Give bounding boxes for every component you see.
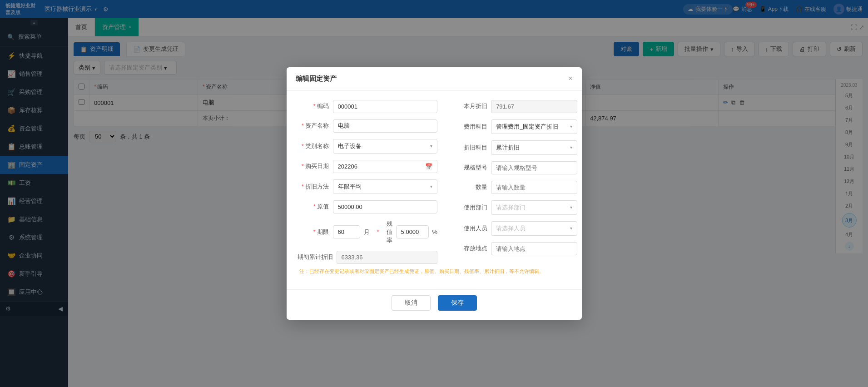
purchase-date-value: 202206 xyxy=(338,163,357,170)
modal-close-btn[interactable]: × xyxy=(568,74,572,83)
field-asset-name: * 资产名称 xyxy=(298,119,438,133)
user-chevron-icon: ▾ xyxy=(570,226,572,231)
expense-subject-select[interactable]: 管理费用_固定资产折旧 ▾ xyxy=(491,119,577,134)
dept-select[interactable]: 请选择部门 ▾ xyxy=(491,200,577,215)
field-category: * 类别名称 电子设备 ▾ xyxy=(298,139,438,154)
asset-name-input[interactable] xyxy=(333,119,438,133)
expense-subject-chevron-icon: ▾ xyxy=(570,124,572,129)
field-location: 存放地点 xyxy=(456,242,577,255)
calendar-icon: 📅 xyxy=(425,163,432,170)
monthly-dep-input xyxy=(491,100,577,113)
period-input[interactable] xyxy=(333,225,360,238)
field-period-salvage: * 期限 月 * 残值率 % xyxy=(298,220,438,244)
period-unit: 月 xyxy=(364,228,370,236)
expense-subject-value: 管理费用_固定资产折旧 xyxy=(496,123,558,131)
modal-note: 注：已经存在变更记录或者对应固定资产已经生成凭证，原值、购买日期、残值率、累计折… xyxy=(298,268,571,275)
dep-method-select[interactable]: 年限平均 ▾ xyxy=(333,179,438,194)
purchase-date-input[interactable]: 202206 📅 xyxy=(333,160,438,173)
salvage-rate-input[interactable] xyxy=(396,225,429,238)
spec-model-input[interactable] xyxy=(491,161,577,174)
field-dep-method: * 折旧方法 年限平均 ▾ xyxy=(298,179,438,194)
field-user: 使用人员 请选择人员 ▾ xyxy=(456,221,577,236)
field-initial-acc-dep: 期初累计折旧 xyxy=(298,251,438,264)
code-input[interactable] xyxy=(333,100,438,113)
salvage-unit: % xyxy=(432,228,438,235)
dept-placeholder: 请选择部门 xyxy=(496,203,526,212)
category-value: 电子设备 xyxy=(338,142,362,150)
field-dept: 使用部门 请选择部门 ▾ xyxy=(456,200,577,215)
field-monthly-dep: 本月折旧 xyxy=(456,100,577,113)
field-purchase-date: * 购买日期 202206 📅 xyxy=(298,160,438,173)
quantity-input[interactable] xyxy=(491,181,577,194)
original-value-input[interactable] xyxy=(333,200,438,213)
field-quantity: 数量 xyxy=(456,181,577,194)
field-dep-subject: 折旧科目 累计折旧 ▾ xyxy=(456,140,577,155)
salvage-star: * xyxy=(377,228,379,235)
dep-method-chevron-icon: ▾ xyxy=(430,184,432,189)
location-input[interactable] xyxy=(491,242,577,255)
modal-overlay: 编辑固定资产 × * 编码 * 资产名称 xyxy=(0,0,868,387)
salvage-label: 残值率 xyxy=(387,220,392,244)
category-chevron-icon: ▾ xyxy=(430,144,432,149)
dep-method-value: 年限平均 xyxy=(338,183,362,191)
dep-subject-select[interactable]: 累计折旧 ▾ xyxy=(491,140,577,155)
modal-header: 编辑固定资产 × xyxy=(287,67,582,91)
edit-asset-modal: 编辑固定资产 × * 编码 * 资产名称 xyxy=(287,67,582,320)
save-button[interactable]: 保存 xyxy=(438,295,477,311)
modal-body: * 编码 * 资产名称 * 类别名称 电子设备 ▾ xyxy=(287,91,582,290)
field-spec-model: 规格型号 xyxy=(456,161,577,174)
field-original-value: * 原值 xyxy=(298,200,438,213)
field-expense-subject: 费用科目 管理费用_固定资产折旧 ▾ xyxy=(456,119,577,134)
dep-subject-chevron-icon: ▾ xyxy=(570,145,572,150)
user-placeholder: 请选择人员 xyxy=(496,224,526,233)
cancel-button[interactable]: 取消 xyxy=(392,295,431,311)
initial-acc-dep-input xyxy=(337,251,438,264)
user-select[interactable]: 请选择人员 ▾ xyxy=(491,221,577,236)
dept-chevron-icon: ▾ xyxy=(570,205,572,210)
modal-title: 编辑固定资产 xyxy=(296,74,337,83)
modal-footer: 取消 保存 xyxy=(287,289,582,320)
category-select-field[interactable]: 电子设备 ▾ xyxy=(333,139,438,154)
field-code: * 编码 xyxy=(298,100,438,113)
dep-subject-value: 累计折旧 xyxy=(496,144,520,152)
